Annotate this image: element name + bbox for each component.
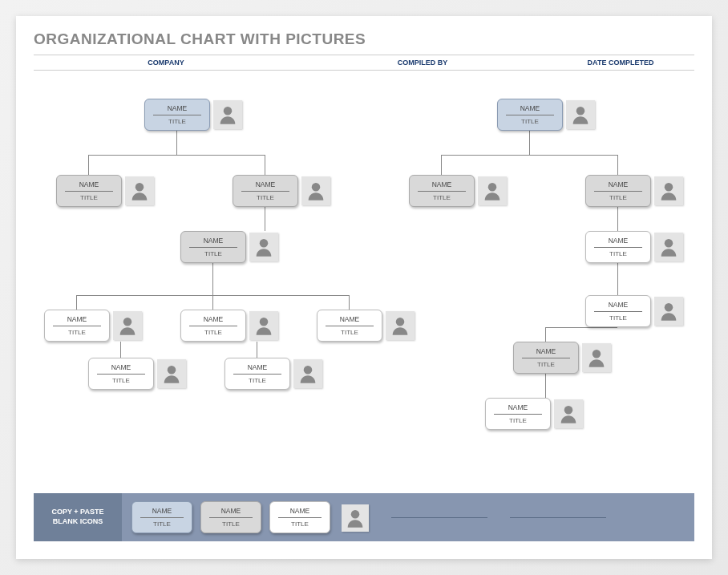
node-left-l4c[interactable]: NAME TITLE [317,310,415,342]
person-icon [249,233,278,261]
footer-strip: COPY + PASTE BLANK ICONS NAME TITLE NAME… [34,493,694,541]
node-title: TITLE [92,377,150,384]
svg-point-14 [593,350,601,358]
header-date-completed: DATE COMPLETED [547,59,694,67]
node-right-l2b[interactable]: NAME TITLE [585,175,683,207]
footer-items: NAME TITLE NAME TITLE NAME TITLE [122,501,606,533]
connector [176,131,177,155]
node-left-l2b[interactable]: NAME TITLE [233,175,330,207]
connector [441,155,617,156]
node-title: TITLE [589,314,647,322]
node-name: NAME [153,104,201,115]
node-left-root[interactable]: NAME TITLE [144,99,242,131]
person-icon [582,343,611,372]
svg-point-13 [665,303,673,312]
node-left-l4a[interactable]: NAME TITLE [44,310,142,342]
connector [617,263,618,295]
node-right-l3[interactable]: NAME TITLE [585,231,683,263]
node-name: NAME [326,315,374,326]
node-box: NAME TITLE [224,358,290,390]
node-name: NAME [97,363,145,375]
node-right-l5[interactable]: NAME TITLE [485,398,583,430]
person-icon [566,100,595,129]
node-right-l4[interactable]: NAME TITLE [513,342,611,374]
node-title: TITLE [135,520,188,528]
node-box: NAME TITLE [44,310,110,342]
node-name: NAME [189,315,237,326]
node-name: NAME [189,237,237,248]
template-connector-1[interactable] [391,517,487,518]
template-connector-2[interactable] [510,517,606,518]
svg-point-11 [665,183,673,192]
node-title: TITLE [501,118,559,125]
node-title: TITLE [237,194,294,201]
person-icon [301,176,330,205]
svg-point-2 [312,183,321,192]
node-name: NAME [494,403,542,415]
svg-point-12 [665,239,673,248]
node-box: NAME TITLE [317,310,382,342]
node-right-root[interactable]: NAME TITLE [497,99,595,131]
node-title: TITLE [60,194,118,201]
person-icon [386,311,415,340]
node-left-l2a[interactable]: NAME TITLE [56,175,154,207]
svg-point-15 [564,406,573,414]
connector [88,155,265,156]
connector [212,295,213,310]
node-title: TITLE [229,377,286,384]
node-title: TITLE [589,194,647,201]
connector [212,263,213,295]
person-icon [654,176,683,205]
node-name: NAME [278,507,322,518]
svg-point-4 [123,318,132,326]
template-avatar[interactable] [342,504,369,532]
node-right-l2a[interactable]: NAME TITLE [409,175,507,207]
node-title: TITLE [589,250,647,257]
connector [349,295,350,310]
template-node-blue[interactable]: NAME TITLE [131,501,192,533]
node-box: NAME TITLE [497,99,563,131]
header-row: COMPANY COMPILED BY DATE COMPLETED [34,55,694,71]
connector [617,155,618,175]
page: ORGANIZATIONAL CHART WITH PICTURES COMPA… [16,16,712,559]
node-title: TITLE [413,194,471,201]
template-node-grey[interactable]: NAME TITLE [200,501,261,533]
node-left-l5a[interactable]: NAME TITLE [88,358,186,390]
page-title: ORGANIZATIONAL CHART WITH PICTURES [16,16,712,55]
connector [120,342,121,358]
node-box: NAME TITLE [56,175,122,207]
node-name: NAME [53,315,101,326]
node-box: NAME TITLE [180,231,246,263]
svg-point-6 [396,318,405,326]
node-name: NAME [594,180,642,192]
org-chart-canvas: NAME TITLE NAME TITLE NAME TITLE NAME TI… [16,71,712,464]
node-title: TITLE [204,520,257,528]
node-name: NAME [233,363,281,375]
header-company: COMPANY [34,59,298,67]
node-name: NAME [594,301,642,312]
node-title: TITLE [148,118,206,125]
node-left-l3[interactable]: NAME TITLE [180,231,278,263]
template-node-white[interactable]: NAME TITLE [269,501,330,533]
person-icon [113,311,142,340]
connector [441,155,442,175]
connector [265,155,265,175]
node-name: NAME [241,180,289,192]
connector [529,131,530,155]
footer-label-line2: BLANK ICONS [53,517,103,527]
person-icon [478,176,507,205]
node-left-l4b[interactable]: NAME TITLE [180,310,278,342]
node-left-l5b[interactable]: NAME TITLE [224,358,322,390]
node-name: NAME [140,507,184,518]
node-name: NAME [418,180,466,192]
person-icon [213,100,242,129]
node-right-l3b[interactable]: NAME TITLE [585,295,683,327]
svg-point-3 [260,239,269,248]
svg-point-16 [351,510,360,519]
footer-label-line1: COPY + PASTE [52,508,104,517]
connector [265,207,265,231]
node-name: NAME [594,237,642,248]
node-box: NAME TITLE [585,231,651,263]
node-title: TITLE [184,329,242,336]
node-name: NAME [65,180,113,192]
